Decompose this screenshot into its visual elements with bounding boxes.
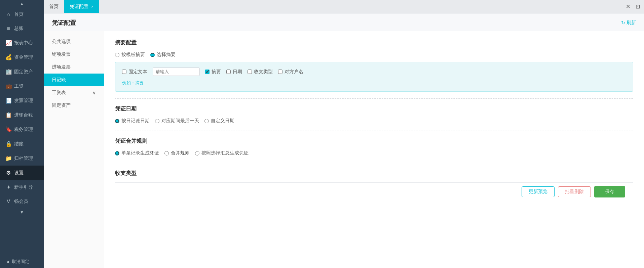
reports-icon: 📈 [5, 40, 11, 46]
radio-single-record-input[interactable] [115, 151, 119, 155]
radio-period-last-day-input[interactable] [155, 119, 159, 123]
radio-select-summary-input[interactable] [150, 53, 155, 57]
radio-custom-date-input[interactable] [204, 119, 209, 123]
tab-close-button[interactable]: × [91, 4, 93, 9]
left-nav-label: 公共选项 [52, 39, 71, 45]
radio-select-merge[interactable]: 按照选择汇总生成凭证 [195, 150, 249, 156]
checkbox-counterparty[interactable]: 对方户名 [278, 69, 303, 75]
left-nav-label: 销项发票 [52, 51, 71, 57]
content-area: 公共选项 销项发票 进项发票 日记账 工资表 ∨ 固定资产 [44, 31, 644, 268]
left-nav-payroll-table[interactable]: 工资表 ∨ [44, 86, 104, 99]
radio-select-summary[interactable]: 选择摘要 [150, 52, 176, 58]
page-title: 凭证配置 [52, 19, 76, 27]
fixed-text-input[interactable] [153, 68, 200, 76]
checkbox-date[interactable]: 日期 [226, 69, 242, 75]
radio-merge-rule[interactable]: 合并规则 [164, 150, 190, 156]
sidebar-item-label: 新手引导 [14, 184, 33, 190]
checkbox-date-label: 日期 [233, 69, 242, 75]
sidebar-item-reports[interactable]: 📈 报表中心 [0, 36, 44, 50]
left-nav-fixed-assets[interactable]: 固定资产 [44, 99, 104, 112]
tab-actions: ✕ ⊡ [624, 2, 644, 11]
radio-journal-date[interactable]: 按日记账日期 [115, 118, 150, 124]
refresh-button[interactable]: ↻ 刷新 [621, 20, 636, 26]
checkbox-summary[interactable]: 摘要 [205, 69, 221, 75]
radio-single-record[interactable]: 单条记录生成凭证 [115, 150, 159, 156]
checkbox-date-input[interactable] [226, 70, 231, 74]
checkbox-fixed-text-label: 固定文本 [128, 69, 147, 75]
radio-journal-date-input[interactable] [115, 119, 119, 123]
radio-template-summary-input[interactable] [115, 53, 119, 57]
sidebar-item-label: 畅会员 [14, 198, 28, 205]
radio-merge-rule-input[interactable] [164, 151, 169, 155]
sidebar-item-payroll[interactable]: 💼 工资 [0, 79, 44, 93]
page-header: 凭证配置 ↻ 刷新 [44, 13, 644, 31]
sidebar-item-settings[interactable]: ⚙ 设置 [0, 166, 44, 180]
window-close-button[interactable]: ✕ [624, 2, 632, 11]
tab-bar: 首页 凭证配置 × ✕ ⊡ [44, 0, 644, 13]
sidebar-item-assets[interactable]: 🏢 固定资产 [0, 64, 44, 79]
sidebar-item-label: 工资 [14, 83, 24, 89]
summary-config-box: 固定文本 摘要 日期 [115, 62, 633, 92]
page-content: 凭证配置 ↻ 刷新 公共选项 销项发票 进项发票 日记账 [44, 13, 644, 268]
sidebar-item-purchase-sales[interactable]: 📋 进销台账 [0, 108, 44, 122]
window-restore-button[interactable]: ⊡ [634, 2, 641, 11]
sidebar-scroll-up[interactable]: ▲ [0, 0, 44, 7]
sidebar-item-label: 归档管理 [14, 155, 33, 162]
left-nav-sales-invoice[interactable]: 销项发票 [44, 48, 104, 61]
refresh-icon: ↻ [621, 20, 625, 26]
unpin-icon: ◄ [5, 259, 10, 264]
tab-voucher-config[interactable]: 凭证配置 × [64, 0, 99, 13]
sidebar-item-close[interactable]: 🔒 结账 [0, 137, 44, 151]
radio-merge-rule-label: 合并规则 [171, 150, 190, 156]
sidebar-item-label: 发票管理 [14, 98, 33, 104]
radio-template-label: 按模板摘要 [121, 52, 145, 58]
sidebar-item-ledger[interactable]: ≡ 总账 [0, 21, 44, 36]
sidebar-item-funds[interactable]: 💰 资金管理 [0, 50, 44, 64]
tab-home[interactable]: 首页 [44, 0, 64, 13]
divider-3 [115, 163, 633, 163]
sidebar-item-invoice-mgmt[interactable]: 🧾 发票管理 [0, 93, 44, 108]
checkbox-payment-type-input[interactable] [248, 70, 252, 74]
sidebar-item-home[interactable]: ⌂ 首页 [0, 7, 44, 21]
checkbox-payment-type[interactable]: 收支类型 [248, 69, 273, 75]
checkbox-payment-type-label: 收支类型 [254, 69, 273, 75]
sidebar-item-label: 总账 [14, 26, 24, 32]
left-nav-label: 日记账 [52, 77, 66, 83]
sidebar-item-label: 资金管理 [14, 54, 33, 60]
left-nav-public[interactable]: 公共选项 [44, 35, 104, 48]
radio-custom-date[interactable]: 自定义日期 [204, 118, 234, 124]
merge-rules-radio-group: 单条记录生成凭证 合并规则 按照选择汇总生成凭证 [115, 150, 633, 156]
radio-template-summary[interactable]: 按模板摘要 [115, 52, 145, 58]
sidebar-item-label: 税务管理 [14, 127, 33, 133]
checkbox-counterparty-input[interactable] [278, 70, 282, 74]
sidebar-item-tax[interactable]: 🔖 税务管理 [0, 122, 44, 137]
sidebar-item-member[interactable]: V 畅会员 [0, 194, 44, 209]
sidebar-scroll-down[interactable]: ▼ [0, 209, 44, 216]
sidebar-item-guide[interactable]: ✦ 新手引导 [0, 180, 44, 194]
left-nav-label: 工资表 [52, 90, 66, 96]
close-account-icon: 🔒 [5, 141, 11, 147]
save-button[interactable]: 保存 [594, 186, 625, 197]
checkbox-summary-input[interactable] [205, 70, 210, 74]
divider-2 [115, 131, 633, 131]
tax-icon: 🔖 [5, 126, 11, 133]
sidebar-item-label: 报表中心 [14, 40, 33, 46]
voucher-date-title: 凭证日期 [115, 105, 633, 113]
update-preview-button[interactable]: 更新预览 [522, 186, 555, 197]
radio-select-merge-input[interactable] [195, 151, 199, 155]
left-nav-journal[interactable]: 日记账 [44, 74, 104, 86]
right-content: 摘要配置 按模板摘要 选择摘要 [104, 31, 644, 268]
sidebar-item-archive[interactable]: 📁 归档管理 [0, 151, 44, 166]
batch-delete-label: 批量删除 [565, 189, 584, 194]
ledger-icon: ≡ [5, 26, 11, 32]
sidebar: ▲ ⌂ 首页 ≡ 总账 📈 报表中心 💰 资金管理 🏢 固定资产 💼 工资 🧾 … [0, 0, 44, 268]
checkbox-fixed-text[interactable]: 固定文本 [122, 69, 147, 75]
radio-period-last-day[interactable]: 对应期间最后一天 [155, 118, 199, 124]
left-nav-purchase-invoice[interactable]: 进项发票 [44, 61, 104, 74]
sidebar-item-label: 设置 [14, 170, 24, 176]
sidebar-unpin[interactable]: ◄ 取消固定 [0, 255, 44, 268]
checkbox-fixed-text-input[interactable] [122, 70, 126, 74]
merge-rules-section: 凭证合并规则 单条记录生成凭证 合并规则 按照选择汇总生成凭证 [115, 138, 633, 156]
batch-delete-button[interactable]: 批量删除 [558, 186, 591, 197]
guide-icon: ✦ [5, 184, 11, 190]
